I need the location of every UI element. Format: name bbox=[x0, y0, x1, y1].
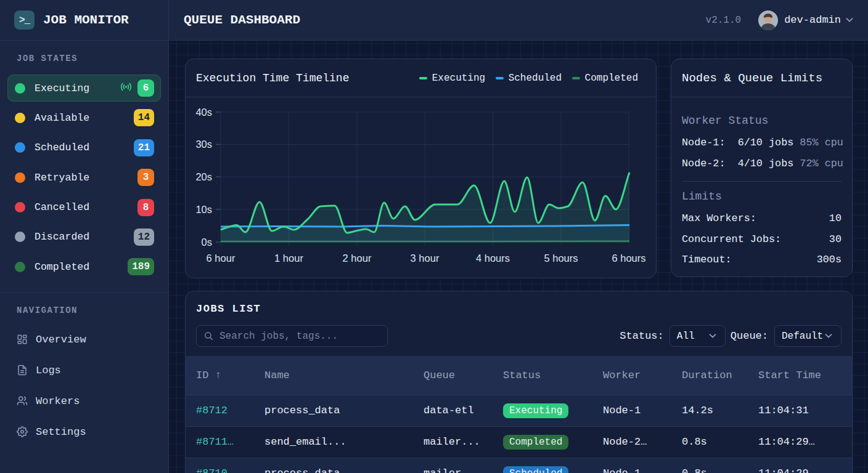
svg-text:0s: 0s bbox=[202, 236, 212, 248]
svg-text:20s: 20s bbox=[195, 171, 212, 182]
svg-text:6 hours: 6 hours bbox=[612, 253, 645, 264]
svg-text:5 hours: 5 hours bbox=[544, 253, 578, 264]
svg-text:40s: 40s bbox=[195, 107, 212, 118]
svg-text:6 hour: 6 hour bbox=[207, 253, 235, 264]
svg-text:30s: 30s bbox=[195, 139, 212, 150]
svg-text:2 hour: 2 hour bbox=[343, 253, 372, 264]
svg-text:3 hour: 3 hour bbox=[411, 253, 440, 264]
svg-text:4 hours: 4 hours bbox=[476, 253, 510, 264]
svg-text:10s: 10s bbox=[195, 204, 212, 215]
svg-text:1 hour: 1 hour bbox=[274, 253, 303, 264]
